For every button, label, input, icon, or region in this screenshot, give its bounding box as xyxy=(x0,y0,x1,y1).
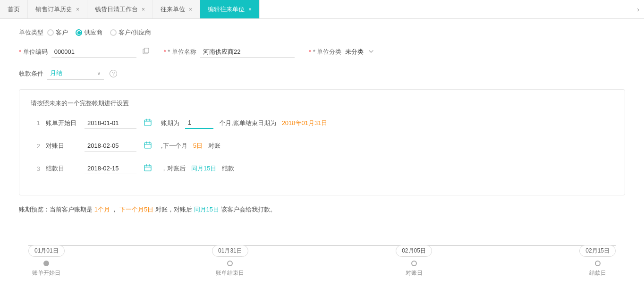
unit-name-field: * * 单位名称 xyxy=(164,46,295,58)
row-2-label: 对账日 xyxy=(46,142,79,150)
row-3-label: 结款日 xyxy=(46,164,79,173)
unit-code-field: * 单位编码 xyxy=(19,46,150,58)
row-2-num: 2 xyxy=(31,143,40,150)
tab-more-button[interactable]: › xyxy=(632,0,644,18)
unit-classify-dropdown[interactable]: 未分类 xyxy=(345,48,375,57)
row-3-calendar-icon[interactable] xyxy=(144,164,152,173)
tab-partner[interactable]: 往来单位 × xyxy=(153,0,200,18)
unit-code-copy-icon[interactable] xyxy=(142,47,150,57)
preview-prefix: 账期预览：当前客户账期是 xyxy=(19,206,93,213)
row-1-suffix-pre: 账期为 xyxy=(161,119,179,127)
tab-sales-history-close[interactable]: × xyxy=(76,6,79,13)
row-3-num: 3 xyxy=(31,165,40,172)
setting-row-3: 3 结款日 ，对账后 同月15日 结款 xyxy=(31,163,613,174)
row-3-date-input[interactable] xyxy=(85,163,136,174)
svg-rect-10 xyxy=(144,165,151,171)
payment-label: 收款条件 xyxy=(19,69,43,78)
timeline-point-2-desc: 账单结束日 xyxy=(216,269,244,277)
unit-classify-field: * * 单位分类 未分类 xyxy=(309,48,375,57)
section-instruction: 请按照未来的一个完整帐期进行设置 xyxy=(31,99,613,108)
timeline-point-3: 02月05日 对账日 xyxy=(396,245,432,277)
row-1-calendar-icon[interactable] xyxy=(144,118,152,128)
unit-type-field: 单位类型 客户 供应商 客户/供应商 xyxy=(19,28,151,37)
tab-partner-label: 往来单位 xyxy=(161,5,185,14)
preview-sep1: ， xyxy=(111,206,118,213)
payment-dropdown[interactable]: 月结 ∨ xyxy=(47,67,104,80)
row-1-num: 1 xyxy=(31,119,40,127)
row-3-highlight: 同月15日 xyxy=(191,164,216,173)
timeline-points: 01月01日 账单开始日 01月31日 账单结束日 02月05日 对账日 02月… xyxy=(28,245,616,277)
unit-classify-label-text: * 单位分类 xyxy=(313,48,342,55)
payment-help-icon[interactable]: ? xyxy=(110,70,117,77)
payment-field: 收款条件 月结 ∨ ? xyxy=(19,67,117,80)
timeline-point-3-desc: 对账日 xyxy=(406,269,423,277)
unit-type-label: 单位类型 xyxy=(19,28,43,37)
unit-info-row: * 单位编码 * * 单位名称 * * 单位分类 未分类 xyxy=(19,46,625,58)
unit-code-input[interactable] xyxy=(51,46,136,58)
tab-bar: 首页 销售订单历史 × 钱货日清工作台 × 往来单位 × 编辑往来单位 × › xyxy=(0,0,644,19)
tab-edit-partner[interactable]: 编辑往来单位 × xyxy=(200,0,260,18)
radio-both[interactable]: 客户/供应商 xyxy=(110,28,151,37)
unit-name-label: * * 单位名称 xyxy=(164,48,196,56)
payment-dropdown-arrow: ∨ xyxy=(97,70,101,76)
timeline-point-1-desc: 账单开始日 xyxy=(32,269,60,277)
tab-edit-partner-close[interactable]: × xyxy=(248,6,252,13)
row-1-month-input[interactable] xyxy=(185,117,213,129)
svg-rect-2 xyxy=(144,120,151,126)
radio-supplier[interactable]: 供应商 xyxy=(76,28,102,37)
row-1-end-date: 2018年01月31日 xyxy=(282,119,328,127)
setting-row-2: 2 对账日 ,下一个月 5日 对账 xyxy=(31,140,613,152)
timeline-point-3-date: 02月05日 xyxy=(396,245,432,257)
preview-sep2: 对账，对账后 xyxy=(155,206,192,213)
row-1-date-input[interactable] xyxy=(85,118,136,129)
row-2-calendar-icon[interactable] xyxy=(144,141,152,151)
radio-customer[interactable]: 客户 xyxy=(47,28,68,37)
preview-part3: 同月15日 xyxy=(194,206,219,213)
setting-row-1: 1 账单开始日 账期为 个月,账单结束日期为 2018年01月31日 xyxy=(31,117,613,129)
radio-supplier-circle xyxy=(76,29,82,36)
preview-suffix: 该客户会给我打款。 xyxy=(221,206,276,213)
row-2-date-input[interactable] xyxy=(85,140,136,152)
radio-customer-label: 客户 xyxy=(56,28,68,37)
tab-cashwork-label: 钱货日清工作台 xyxy=(95,5,138,14)
timeline-section: 01月01日 账单开始日 01月31日 账单结束日 02月05日 对账日 02月… xyxy=(19,226,625,287)
tab-sales-history-label: 销售订单历史 xyxy=(35,5,72,14)
main-content: 单位类型 客户 供应商 客户/供应商 * 单位编码 xyxy=(0,19,644,287)
unit-code-label-text: 单位编码 xyxy=(23,48,48,55)
tab-home[interactable]: 首页 xyxy=(0,0,28,18)
tab-partner-close[interactable]: × xyxy=(189,6,192,13)
unit-classify-value: 未分类 xyxy=(345,48,364,56)
tab-edit-partner-label: 编辑往来单位 xyxy=(208,5,245,14)
timeline-point-4-desc: 结款日 xyxy=(589,269,606,277)
tab-cashwork[interactable]: 钱货日清工作台 × xyxy=(87,0,153,18)
radio-customer-circle xyxy=(47,29,54,36)
row-3-prefix: ，对账后 xyxy=(161,164,186,173)
row-3-suffix-post: 结款 xyxy=(222,164,234,173)
row-2-highlight: 5日 xyxy=(193,142,203,150)
row-2-suffix-post: 对账 xyxy=(208,142,220,150)
radio-supplier-label: 供应商 xyxy=(84,28,102,37)
timeline-point-4: 02月15日 结款日 xyxy=(579,245,616,277)
settings-section: 请按照未来的一个完整帐期进行设置 1 账单开始日 账期为 个月,账单结束日期为 … xyxy=(19,89,625,195)
preview-part2: 下一个月5日 xyxy=(119,206,153,213)
row-1-label: 账单开始日 xyxy=(46,119,79,127)
preview-part1: 1个月 xyxy=(94,206,110,213)
unit-classify-arrow xyxy=(367,48,375,57)
unit-code-label: * 单位编码 xyxy=(19,48,48,56)
required-mark-classify: * xyxy=(309,48,313,55)
unit-name-input[interactable] xyxy=(200,46,295,58)
tab-sales-history[interactable]: 销售订单历史 × xyxy=(28,0,87,18)
required-mark-code: * xyxy=(19,48,23,55)
radio-both-label: 客户/供应商 xyxy=(119,28,151,37)
tab-cashwork-close[interactable]: × xyxy=(142,6,145,13)
help-question-mark: ? xyxy=(112,71,115,76)
timeline-point-4-dot xyxy=(595,261,601,266)
timeline-point-2-date: 01月31日 xyxy=(212,245,248,257)
tab-home-label: 首页 xyxy=(8,5,20,14)
row-2-prefix: ,下一个月 xyxy=(161,142,187,150)
preview-section: 账期预览：当前客户账期是 1个月 ， 下一个月5日 对账，对账后 同月15日 该… xyxy=(19,205,625,215)
row-1-suffix-post: 个月,账单结束日期为 xyxy=(219,119,276,127)
unit-name-label-text: * 单位名称 xyxy=(168,48,196,55)
svg-rect-6 xyxy=(144,143,151,148)
timeline-point-1-date: 01月01日 xyxy=(28,245,65,257)
